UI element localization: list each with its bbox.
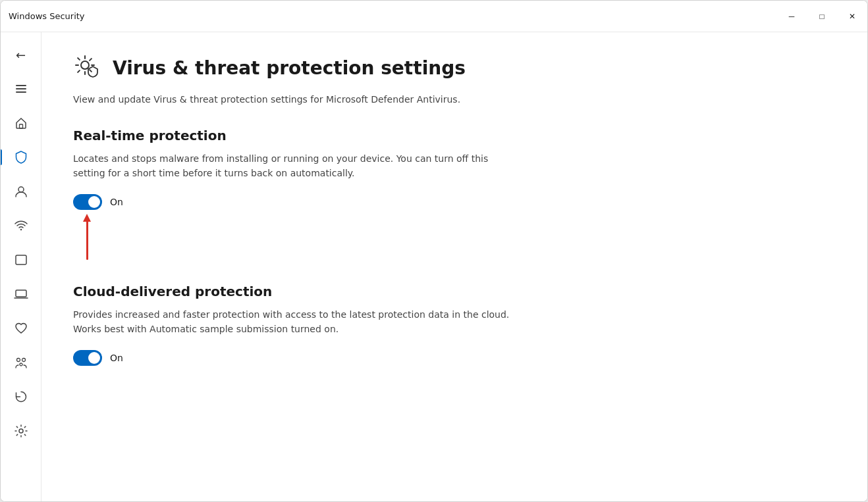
sidebar-item-network[interactable] <box>5 210 37 241</box>
toggle-knob <box>88 196 100 208</box>
svg-rect-4 <box>16 290 26 297</box>
gear-icon <box>14 424 28 438</box>
sidebar-item-health[interactable] <box>5 313 37 344</box>
svg-point-8 <box>19 429 23 433</box>
shield-icon <box>14 150 28 164</box>
realtime-protection-section: Real-time protection Locates and stops m… <box>73 128 836 260</box>
laptop-icon <box>14 287 28 301</box>
svg-point-6 <box>22 359 25 362</box>
realtime-toggle[interactable] <box>73 194 102 210</box>
settings-shield-icon <box>73 53 102 82</box>
annotation-line <box>86 220 88 260</box>
sidebar-item-device[interactable] <box>5 278 37 310</box>
sidebar-item-family[interactable] <box>5 347 37 378</box>
sidebar-item-history[interactable] <box>5 381 37 413</box>
maximize-button[interactable]: □ <box>807 1 837 32</box>
app-window: Windows Security ─ □ ✕ ← <box>0 0 868 502</box>
menu-icon <box>16 85 26 93</box>
sidebar-item-back[interactable]: ← <box>5 39 37 70</box>
annotation-arrow-container <box>86 214 89 260</box>
app-body: ← <box>1 32 867 501</box>
sidebar-item-account[interactable] <box>5 176 37 207</box>
sidebar-item-app[interactable] <box>5 244 37 276</box>
close-button[interactable]: ✕ <box>837 1 867 32</box>
wifi-icon <box>14 218 28 233</box>
cloud-toggle-knob <box>88 352 100 364</box>
titlebar: Windows Security ─ □ ✕ <box>1 1 867 32</box>
page-description: View and update Virus & threat protectio… <box>73 93 521 107</box>
cloud-toggle-row: On <box>73 350 836 366</box>
svg-point-5 <box>16 359 20 362</box>
sidebar: ← <box>1 32 41 501</box>
minimize-button[interactable]: ─ <box>776 1 807 32</box>
svg-point-1 <box>18 187 24 192</box>
svg-point-9 <box>81 61 89 69</box>
page-header: Virus & threat protection settings <box>73 53 836 82</box>
svg-point-2 <box>20 229 21 230</box>
sidebar-item-menu[interactable] <box>5 73 37 105</box>
cloud-protection-section: Cloud-delivered protection Provides incr… <box>73 284 836 366</box>
annotation-arrowhead <box>83 214 91 222</box>
svg-rect-3 <box>16 255 26 264</box>
cloud-section-title: Cloud-delivered protection <box>73 284 836 299</box>
titlebar-controls: ─ □ ✕ <box>776 1 867 32</box>
history-icon <box>14 389 28 404</box>
realtime-section-description: Locates and stops malware from installin… <box>73 151 521 181</box>
family-icon <box>14 355 28 370</box>
cloud-toggle-label: On <box>110 353 123 363</box>
realtime-section-title: Real-time protection <box>73 128 836 143</box>
svg-point-7 <box>20 363 22 366</box>
page-title: Virus & threat protection settings <box>113 57 466 79</box>
cloud-toggle[interactable] <box>73 350 102 366</box>
titlebar-title: Windows Security <box>9 11 85 21</box>
realtime-toggle-label: On <box>110 197 123 207</box>
person-icon <box>14 184 28 199</box>
svg-rect-0 <box>19 124 22 128</box>
cloud-section-description: Provides increased and faster protection… <box>73 307 521 337</box>
sidebar-item-virus[interactable] <box>5 141 37 173</box>
sidebar-item-settings[interactable] <box>5 415 37 447</box>
sidebar-item-home[interactable] <box>5 107 37 139</box>
realtime-toggle-row: On <box>73 194 836 210</box>
heart-icon <box>14 321 28 336</box>
app-icon <box>14 253 28 267</box>
page-header-icon <box>73 53 102 82</box>
main-content: Virus & threat protection settings View … <box>41 32 867 501</box>
home-icon <box>14 116 28 130</box>
